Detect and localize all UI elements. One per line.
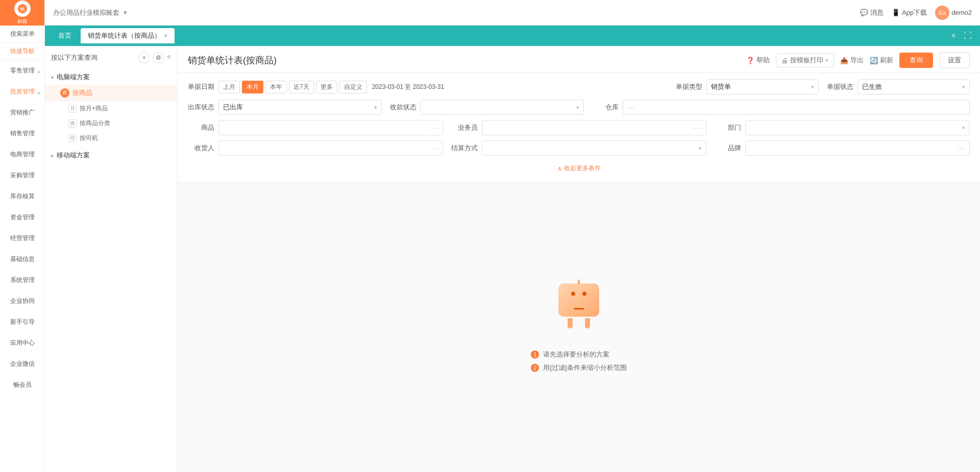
workspace-arrow[interactable]: ▾ (124, 9, 127, 16)
window-close-btn[interactable]: × (947, 30, 960, 42)
filter-docstatus-input[interactable]: 已生效 ▾ (857, 79, 970, 95)
tree-item-by-goods[interactable]: 商 按商品 (45, 85, 177, 101)
tree-item-icon-goods: 商 (60, 88, 69, 98)
sidebar-item-label-13: 应用中心 (10, 339, 35, 346)
filter-docstatus-value: 已生效 (862, 82, 882, 91)
filter-docstatus-label: 单据状态 (827, 82, 857, 91)
logo-text: 标账 (17, 18, 28, 25)
sidebar-item-5[interactable]: 采购管理 (0, 165, 44, 186)
sidebar-item-13[interactable]: 应用中心 (0, 333, 44, 353)
panel-collapse-btn[interactable]: « (167, 52, 171, 63)
sidebar-item-14[interactable]: 企业微信 (0, 353, 44, 374)
sidebar-item-7[interactable]: 资金管理 (0, 207, 44, 228)
sidebar-item-label-14: 企业微信 (10, 360, 35, 367)
warehouse-dots[interactable]: ··· (627, 103, 635, 111)
goods-dots[interactable]: ··· (431, 124, 438, 132)
sidebar-item-6[interactable]: 库存核算 (0, 186, 44, 207)
help-btn[interactable]: ❓ 帮助 (746, 56, 770, 65)
right-panel: 销货单统计表(按商品) ❓ 帮助 🖨 按模板打印 ▾ 📤 导出 (178, 46, 980, 472)
tree-sub-category[interactable]: 类 按商品分类 (45, 116, 177, 131)
sidebar-item-3[interactable]: 销售管理 (0, 123, 44, 144)
settings-btn[interactable]: 设置 (939, 52, 970, 68)
message-label: 消息 (870, 8, 884, 17)
export-label: 导出 (850, 56, 864, 65)
window-maximize-btn[interactable]: ⛶ (962, 30, 974, 42)
sidebar-item-1[interactable]: 批发管理▲ (0, 81, 44, 102)
date-btn-more[interactable]: 更多 (316, 81, 337, 93)
sidebar-item-11[interactable]: 企业协同 (0, 291, 44, 312)
sidebar-item-0[interactable]: 零售管理▲ (0, 60, 44, 81)
main-area: 办公用品行业模拟账套 ▾ 💬 消息 📱 App下载 Ea demo2 首页 (45, 0, 980, 472)
filter-dept-field: 部门 ▾ (715, 120, 970, 135)
tree-mobile-header[interactable]: ▸ 移动端方案 (45, 148, 177, 163)
filter-stockstatus-input[interactable]: 已出库 ▾ (218, 100, 382, 115)
print-btn[interactable]: 🖨 按模板打印 ▾ (776, 53, 834, 67)
dept-arrow: ▾ (962, 125, 965, 131)
message-btn[interactable]: 💬 消息 (860, 8, 884, 17)
tree-sub-driver[interactable]: 司 按司机 (45, 131, 177, 146)
tab-active[interactable]: 销货单统计表（按商品） × (81, 28, 175, 43)
filter-area: 单据日期 上月 本月 本年 近7天 更多 自定义 2023-03-01 至 20… (178, 73, 980, 182)
tab-home[interactable]: 首页 (51, 28, 79, 43)
filter-dept-input[interactable]: ▾ (745, 120, 970, 135)
empty-state: 1 请先选择要分析的方案 2 用[过滤]条件来缩小分析范围 (178, 182, 980, 472)
collapse-btn[interactable]: ∧ 收起更多条件 (188, 161, 970, 176)
sidebar-item-label-6: 库存核算 (10, 193, 35, 200)
sidebar-item-12[interactable]: 新手引导 (0, 312, 44, 333)
filter-paymentstatus-label: 收款状态 (390, 103, 421, 112)
sidebar-item-label-3: 销售管理 (10, 130, 35, 137)
tab-close-btn[interactable]: × (164, 32, 167, 39)
filter-warehouse-input[interactable]: ··· (623, 100, 970, 115)
date-btn-7days[interactable]: 近7天 (289, 81, 314, 93)
empty-hint-1: 1 请先选择要分析的方案 (531, 350, 626, 359)
quick-nav[interactable]: 快捷导航 (0, 43, 44, 60)
date-btn-custom[interactable]: 自定义 (339, 81, 367, 93)
sidebar-item-8[interactable]: 经营管理 (0, 228, 44, 249)
date-btn-this-year[interactable]: 本年 (265, 81, 287, 93)
sidebar-item-2[interactable]: 营销推广 (0, 102, 44, 123)
date-filter-btns: 上月 本月 本年 近7天 更多 自定义 (218, 81, 367, 93)
brand-dots[interactable]: ··· (958, 144, 965, 152)
sidebar-item-label-15: 畅会员 (13, 381, 32, 388)
refresh-btn[interactable]: 🔄 刷新 (870, 56, 893, 65)
avatar: Ea (935, 6, 949, 20)
tree-desktop-header[interactable]: ▾ 电脑端方案 (45, 69, 177, 85)
sidebar-item-9[interactable]: 基础信息 (0, 249, 44, 270)
date-filter: 上月 本月 本年 近7天 更多 自定义 2023-03-01 至 2023-03… (218, 81, 668, 93)
empty-hint-2-text: 用[过滤]条件来缩小分析范围 (543, 363, 626, 372)
filter-brand-input[interactable]: ··· (745, 140, 970, 156)
sidebar-item-arrow-1: ▲ (36, 89, 41, 95)
filter-stockstatus-value: 已出库 (223, 103, 243, 112)
filter-stockstatus-label: 出库状态 (188, 103, 218, 112)
export-icon: 📤 (840, 57, 848, 64)
filter-doctype-input[interactable]: 销货单 ▾ (706, 79, 819, 95)
filter-date-field: 单据日期 上月 本月 本年 近7天 更多 自定义 2023-03-01 至 20… (188, 81, 668, 93)
filter-paymentstatus-input[interactable]: ▾ (421, 100, 584, 115)
app-download-btn[interactable]: 📱 App下载 (892, 8, 927, 17)
sidebar-item-15[interactable]: 畅会员 (0, 374, 44, 395)
tree-sub-month-goods[interactable]: 月 按月+商品 (45, 101, 177, 116)
workspace-title: 办公用品行业模拟账套 (53, 8, 119, 17)
export-btn[interactable]: 📤 导出 (840, 56, 864, 65)
tree-arrow-desktop: ▾ (51, 75, 54, 80)
search-menu[interactable]: 搜索菜单 (0, 26, 44, 43)
filter-settlement-input[interactable]: ▾ (482, 140, 706, 156)
sidebar-item-4[interactable]: 电商管理 (0, 144, 44, 165)
salesperson-dots[interactable]: ··· (694, 124, 702, 132)
app-logo[interactable]: 畅 标账 (0, 0, 44, 26)
filter-goods-input[interactable]: ··· (218, 120, 443, 135)
empty-hint-2: 2 用[过滤]条件来缩小分析范围 (531, 363, 626, 372)
filter-recipient-input[interactable]: ··· (218, 140, 443, 156)
user-profile[interactable]: Ea demo2 (935, 6, 972, 20)
panel-add-btn[interactable]: + (138, 52, 150, 63)
date-btn-last-month[interactable]: 上月 (218, 81, 240, 93)
tree-sub-icon-month: 月 (68, 105, 77, 113)
tree-sub-icon-category: 类 (68, 120, 77, 128)
date-btn-this-month[interactable]: 本月 (242, 81, 263, 93)
query-btn[interactable]: 查询 (899, 53, 933, 68)
filter-salesperson-input[interactable]: ··· (482, 120, 706, 135)
svg-text:畅: 畅 (20, 6, 25, 12)
recipient-dots[interactable]: ··· (431, 144, 438, 152)
sidebar-item-10[interactable]: 系统管理 (0, 270, 44, 291)
panel-setting-btn[interactable]: ⚙ (153, 52, 164, 63)
